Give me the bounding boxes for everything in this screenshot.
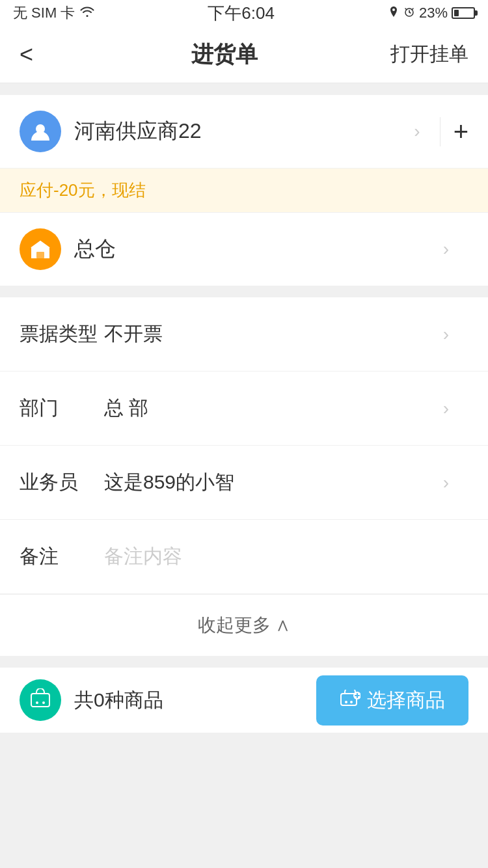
salesman-chevron-icon: › (443, 472, 449, 493)
collapse-button[interactable]: 收起更多 ∧ (0, 594, 488, 656)
supplier-avatar (20, 111, 61, 152)
department-row[interactable]: 部门 总 部 › (0, 372, 488, 446)
battery-icon (452, 7, 475, 19)
supplier-chevron-icon: › (414, 121, 420, 142)
alarm-icon (403, 5, 415, 21)
warehouse-row[interactable]: 总仓 › (0, 212, 488, 286)
invoice-type-value: 不开票 (98, 321, 443, 347)
back-button[interactable]: < (20, 41, 59, 68)
add-supplier-button[interactable]: + (440, 117, 468, 146)
remark-label: 备注 (20, 543, 98, 570)
carrier-label: 无 SIM 卡 (13, 3, 75, 23)
location-icon (388, 5, 400, 21)
department-value: 总 部 (98, 395, 443, 422)
remark-row[interactable]: 备注 备注内容 (0, 520, 488, 594)
form-section: 票据类型 不开票 › 部门 总 部 › 业务员 这是859的小智 › 备注 备注… (0, 297, 488, 656)
supplier-notice: 应付-20元，现结 (0, 169, 488, 212)
status-left: 无 SIM 卡 (13, 3, 94, 23)
product-count-label: 共0种商品 (74, 687, 316, 714)
salesman-label: 业务员 (20, 469, 98, 496)
department-chevron-icon: › (443, 398, 449, 419)
warehouse-chevron-icon: › (443, 239, 449, 260)
supplier-row[interactable]: 河南供应商22 › + (0, 95, 488, 169)
wifi-icon (80, 5, 94, 21)
select-product-button[interactable]: 选择商品 (316, 675, 468, 726)
salesman-value: 这是859的小智 (98, 469, 443, 496)
status-right: 23% (388, 5, 475, 21)
svg-point-5 (42, 701, 45, 704)
divider-1 (0, 83, 488, 95)
department-label: 部门 (20, 395, 98, 422)
svg-point-8 (350, 701, 353, 703)
warehouse-name: 总仓 (74, 235, 443, 264)
warehouse-icon (20, 228, 61, 270)
svg-point-4 (36, 701, 38, 704)
status-bar: 无 SIM 卡 下午6:04 23% (0, 0, 488, 26)
product-cart-icon (20, 679, 61, 721)
battery-percentage: 23% (419, 5, 448, 21)
select-product-label: 选择商品 (367, 687, 445, 714)
invoice-type-label: 票据类型 (20, 321, 98, 347)
supplier-section: 河南供应商22 › + 应付-20元，现结 总仓 › (0, 95, 488, 286)
salesman-row[interactable]: 业务员 这是859的小智 › (0, 446, 488, 520)
remark-input[interactable]: 备注内容 (98, 543, 468, 570)
bottom-bar: 共0种商品 选择商品 (0, 668, 488, 733)
supplier-name: 河南供应商22 (74, 117, 414, 146)
status-time: 下午6:04 (208, 2, 275, 25)
nav-bar: < 进货单 打开挂单 (0, 26, 488, 83)
svg-point-7 (345, 701, 347, 703)
invoice-chevron-icon: › (443, 324, 449, 345)
svg-rect-3 (31, 694, 49, 707)
invoice-type-row[interactable]: 票据类型 不开票 › (0, 297, 488, 372)
open-pending-button[interactable]: 打开挂单 (390, 41, 468, 68)
page-title: 进货单 (191, 40, 258, 70)
